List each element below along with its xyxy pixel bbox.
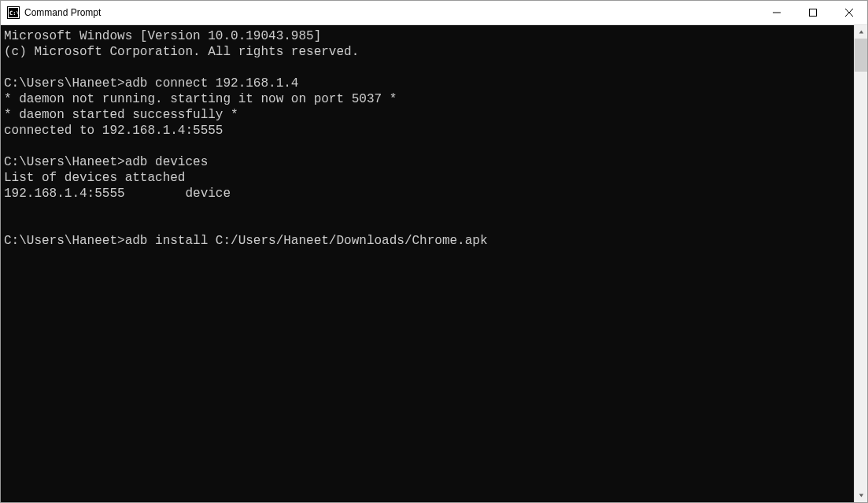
scroll-up-button[interactable] [855,25,867,39]
close-button[interactable] [831,1,867,24]
window-titlebar[interactable]: C:\ Command Prompt [1,1,867,25]
window-controls [759,1,867,24]
svg-marker-8 [859,30,863,33]
scrollbar-track[interactable] [855,39,867,489]
app-icon: C:\ [7,6,20,19]
maximize-button[interactable] [795,1,831,24]
minimize-button[interactable] [759,1,795,24]
window-title: Command Prompt [24,7,101,18]
svg-text:C:\: C:\ [9,10,20,17]
scrollbar-thumb[interactable] [855,39,867,72]
content-wrapper: Microsoft Windows [Version 10.0.19043.98… [1,25,867,502]
svg-rect-5 [810,9,817,17]
svg-marker-9 [859,494,863,497]
terminal-output[interactable]: Microsoft Windows [Version 10.0.19043.98… [1,25,854,502]
vertical-scrollbar[interactable] [854,25,867,502]
scroll-down-button[interactable] [855,489,867,502]
